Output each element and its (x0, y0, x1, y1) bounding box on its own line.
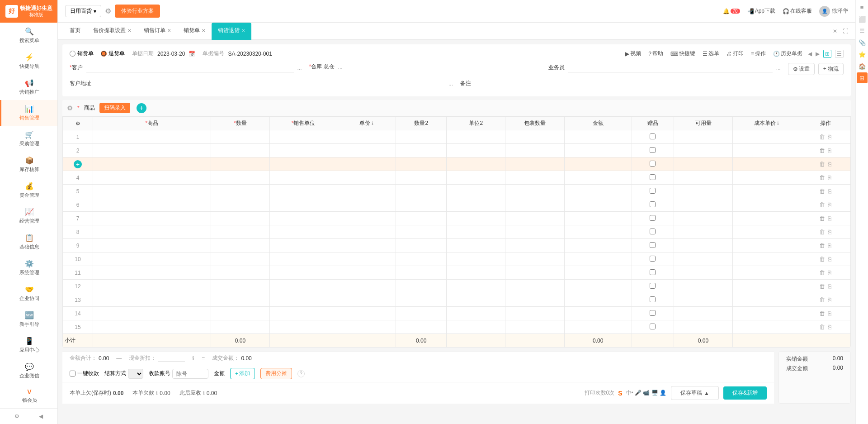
next-icon[interactable]: ▶ (816, 51, 820, 57)
radio-sales[interactable]: 销货单 (70, 50, 94, 57)
avail-cell[interactable] (674, 185, 732, 198)
warehouse-select-btn[interactable]: ... (338, 64, 343, 70)
pkg-cell[interactable] (505, 320, 564, 334)
amount-cell[interactable] (564, 225, 632, 239)
unit2-cell[interactable] (447, 239, 505, 252)
cost-cell[interactable] (733, 157, 800, 171)
cost-cell[interactable] (733, 239, 800, 252)
tab-sales-return[interactable]: 销货退货 ✕ (212, 23, 251, 40)
qty-cell[interactable] (211, 198, 269, 212)
delete-row-btn[interactable]: 🗑 (819, 256, 825, 262)
delete-row-btn[interactable]: 🗑 (819, 188, 825, 195)
unit2-cell[interactable] (447, 198, 505, 212)
qty-cell[interactable] (211, 144, 269, 157)
salesperson-input[interactable] (568, 63, 773, 72)
goods-cell[interactable] (93, 307, 211, 320)
copy-row-btn[interactable]: ⎘ (828, 242, 831, 249)
gift-cell[interactable] (632, 144, 674, 157)
unit-cell[interactable] (270, 320, 337, 334)
expense-split-btn[interactable]: 费用分摊 (260, 368, 292, 379)
pkg-cell[interactable] (505, 157, 564, 171)
delete-row-btn[interactable]: 🗑 (819, 174, 825, 181)
rt-btn-1[interactable]: ≡ (857, 2, 868, 13)
goods-cell[interactable] (93, 280, 211, 293)
qty-cell[interactable] (211, 130, 269, 144)
unit2-cell[interactable] (447, 157, 505, 171)
tab-close-price-setting[interactable]: ✕ (127, 28, 131, 33)
unit-cell[interactable] (270, 157, 337, 171)
pkg-cell[interactable] (505, 307, 564, 320)
delete-row-btn[interactable]: 🗑 (819, 242, 825, 249)
add-payment-btn[interactable]: + 添加 (230, 368, 255, 379)
price-cell[interactable] (337, 320, 396, 334)
sidebar-item-appstore[interactable]: 📱 应用中心 (0, 332, 57, 358)
copy-row-btn[interactable]: ⎘ (828, 201, 831, 208)
tab-home[interactable]: 首页 (63, 23, 87, 40)
gift-cell[interactable] (632, 185, 674, 198)
gift-checkbox[interactable] (650, 269, 656, 275)
gift-cell[interactable] (632, 171, 674, 185)
qty-cell[interactable] (211, 293, 269, 307)
app-download-item[interactable]: 📲 App下载 (747, 7, 775, 15)
gift-checkbox[interactable] (650, 147, 656, 153)
qty2-cell[interactable] (396, 266, 447, 280)
logistics-btn[interactable]: + 物流 (818, 63, 844, 75)
gift-cell[interactable] (632, 198, 674, 212)
amount-cell[interactable] (564, 198, 632, 212)
qty2-cell[interactable] (396, 198, 447, 212)
goods-cell[interactable] (93, 130, 211, 144)
qty-cell[interactable] (211, 266, 269, 280)
gift-checkbox[interactable] (650, 174, 656, 180)
sidebar-item-search[interactable]: 🔍 搜索菜单 (0, 23, 57, 48)
copy-row-btn[interactable]: ⎘ (828, 324, 831, 330)
unit-cell[interactable] (270, 198, 337, 212)
qty2-cell[interactable] (396, 225, 447, 239)
toolbar-help[interactable]: ?帮助 (646, 49, 665, 58)
sidebar-item-marketing[interactable]: 📢 营销推广 (0, 74, 57, 100)
avail-cell[interactable] (674, 280, 732, 293)
sidebar-item-vip[interactable]: V 畅会员 (0, 384, 57, 408)
gift-checkbox[interactable] (650, 310, 656, 316)
gift-checkbox[interactable] (650, 215, 656, 221)
sidebar-item-wechat[interactable]: 💬 企业微信 (0, 358, 57, 384)
customer-input[interactable] (86, 63, 294, 72)
experience-btn[interactable]: 体验行业方案 (115, 5, 160, 18)
cost-cell[interactable] (733, 198, 800, 212)
copy-row-btn[interactable]: ⎘ (828, 229, 831, 235)
delete-row-btn[interactable]: 🗑 (819, 310, 825, 317)
goods-cell[interactable] (93, 225, 211, 239)
unit2-cell[interactable] (447, 130, 505, 144)
copy-row-btn[interactable]: ⎘ (828, 161, 831, 167)
amount-cell[interactable] (564, 293, 632, 307)
delete-row-btn[interactable]: 🗑 (819, 324, 825, 330)
goods-cell[interactable] (93, 212, 211, 225)
gift-cell[interactable] (632, 130, 674, 144)
goods-cell[interactable] (93, 144, 211, 157)
cost-cell[interactable] (733, 212, 800, 225)
toolbar-history[interactable]: 🕐历史单据 (771, 49, 804, 58)
qty2-cell[interactable] (396, 252, 447, 266)
cost-cell[interactable] (733, 130, 800, 144)
qty-cell[interactable] (211, 239, 269, 252)
copy-row-btn[interactable]: ⎘ (828, 269, 831, 276)
gift-cell[interactable] (632, 252, 674, 266)
toolbar-operation[interactable]: ≡操作 (749, 49, 768, 58)
delete-row-btn[interactable]: 🗑 (819, 269, 825, 276)
avail-cell[interactable] (674, 171, 732, 185)
price-cell[interactable] (337, 185, 396, 198)
avail-cell[interactable] (674, 225, 732, 239)
pkg-cell[interactable] (505, 266, 564, 280)
price-cell[interactable] (337, 198, 396, 212)
pkg-cell[interactable] (505, 280, 564, 293)
add-row-btn[interactable]: + (137, 103, 146, 113)
qty2-cell[interactable] (396, 239, 447, 252)
radio-return[interactable]: 退货单 (101, 50, 125, 57)
amount-cell[interactable] (564, 307, 632, 320)
copy-row-btn[interactable]: ⎘ (828, 133, 831, 140)
remark-input[interactable] (475, 79, 844, 88)
cost-cell[interactable] (733, 225, 800, 239)
rt-btn-6[interactable]: 🏠 (857, 61, 868, 71)
gift-checkbox[interactable] (650, 256, 656, 262)
unit2-cell[interactable] (447, 320, 505, 334)
avail-cell[interactable] (674, 130, 732, 144)
